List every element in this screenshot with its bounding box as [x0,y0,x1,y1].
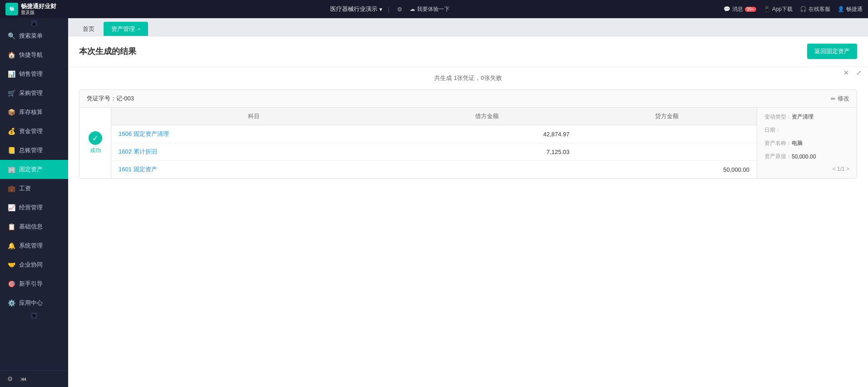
info-pagination[interactable]: < 1/1 > [764,166,849,172]
messages-badge: 99+ [745,7,756,12]
change-type-row: 变动类型： 资产清理 [764,113,849,121]
settings-bottom-icon[interactable]: ⚙ [7,375,13,382]
headset-icon: 🎧 [800,6,807,12]
topbar-left: 畅 畅捷通好业财 普及版 [5,3,56,15]
sidebar-item-beginner[interactable]: 🎯 新手引导 [0,274,68,293]
sidebar-item-label: 企业协同 [19,261,43,269]
search-icon: 🔍 [7,32,15,40]
panel-controls: ✕ ⤢ [837,64,868,82]
credit-1 [577,125,757,143]
sidebar-item-label: 工资 [19,184,31,193]
chart-icon: 📊 [7,70,15,78]
page-content: ✕ ⤢ 本次生成的结果 返回固定资产 共生成 1张凭证，0张失败 凭证字号：记-… [68,36,868,387]
sidebar-item-label: 基础信息 [19,223,43,231]
tab-asset-mgmt[interactable]: 资产管理 × [104,22,148,36]
sidebar-item-enterprise[interactable]: 🤝 企业协同 [0,255,68,274]
status-text: 成功 [90,147,101,154]
sidebar-item-payroll[interactable]: 💼 工资 [0,179,68,198]
sidebar-scroll-up[interactable]: ▲ [0,18,68,26]
sidebar-item-label: 快捷导航 [19,51,43,59]
sidebar-item-fixed-assets[interactable]: 🏢 固定资产 [0,160,68,179]
chevron-down-icon: ▾ [379,6,382,13]
target-icon: 🎯 [7,280,15,288]
sidebar-item-quick-nav[interactable]: 🏠 快捷导航 [0,45,68,64]
sidebar-item-label: 系统管理 [19,242,43,250]
table-row: 1602 累计折旧 7,125.03 [111,143,757,161]
main-layout: ▲ 🔍 搜索菜单 🏠 快捷导航 📊 销售管理 🛒 采购管理 📦 库存核算 💰 资… [0,18,868,387]
messages-btn[interactable]: 💬 消息 99+ [724,5,756,13]
table-row: 1606 固定资产清理 42,874.97 [111,125,757,143]
subject-2[interactable]: 1602 累计折旧 [111,143,397,161]
tab-close-icon[interactable]: × [138,26,140,32]
close-panel-btn[interactable]: ✕ [841,67,852,78]
experience-label: 我要体验一下 [417,5,450,13]
scroll-down-icon[interactable]: ▼ [31,313,37,319]
asset-name-row: 资产名称： 电脑 [764,139,849,147]
subject-3[interactable]: 1601 固定资产 [111,161,397,179]
bell-icon: 🔔 [7,242,15,250]
tab-bar: 首页 资产管理 × [68,18,868,36]
page-title: 本次生成的结果 [79,46,136,57]
th-subject: 科目 [111,108,397,125]
sidebar-item-system[interactable]: 🔔 系统管理 [0,236,68,255]
sidebar-item-capital[interactable]: 💰 资金管理 [0,122,68,141]
date-label: 日期： [764,126,792,134]
handshake-icon: 🤝 [7,261,15,269]
divider: | [388,6,389,13]
app-download-btn[interactable]: 📱 App下载 [764,5,793,13]
experience-btn[interactable]: ☁ 我要体验一下 [410,5,450,13]
sidebar-item-inventory[interactable]: 📦 库存核算 [0,103,68,122]
voucher-edit-btn[interactable]: ✏ 修改 [831,94,849,103]
credit-2 [577,143,757,161]
expand-panel-btn[interactable]: ⤢ [853,67,864,78]
home-icon: 🏠 [7,51,15,59]
sidebar-item-operations[interactable]: 📈 经营管理 [0,198,68,217]
sidebar-item-search[interactable]: 🔍 搜索菜单 [0,26,68,45]
collapse-icon[interactable]: ⏮ [20,375,27,382]
return-button[interactable]: 返回固定资产 [807,44,857,59]
info-panel: 变动类型： 资产清理 日期： 资产名称： 电脑 资产原值： [757,108,857,178]
logo-char: 畅 [10,6,14,12]
customer-service-label: 在线客服 [808,5,830,13]
sidebar-item-app-center[interactable]: ⚙️ 应用中心 [0,293,68,313]
sidebar-item-purchase[interactable]: 🛒 采购管理 [0,84,68,103]
table-head: 科目 借方金额 贷方金额 [111,108,757,125]
tab-home[interactable]: 首页 [75,22,102,36]
sidebar-item-label: 库存核算 [19,108,43,116]
page-header: 本次生成的结果 返回固定资产 [68,36,868,67]
cart-icon: 🛒 [7,89,15,97]
content-area: 首页 资产管理 × ✕ ⤢ 本次生成的结果 返回固定资产 [68,18,868,387]
table-row: 1601 固定资产 50,000.00 [111,161,757,179]
app-download-label: App下载 [772,5,793,13]
entries-table: 科目 借方金额 贷方金额 1606 固定资产清理 42,874.97 [111,108,757,178]
user-btn[interactable]: 👤 畅捷通 [838,5,863,13]
table-body: 1606 固定资产清理 42,874.97 1602 累计折旧 7,125.03 [111,125,757,179]
box-icon: 📦 [7,108,15,116]
trend-icon: 📈 [7,203,15,212]
message-icon: 💬 [724,6,730,12]
voucher-status: ✓ 成功 [79,108,111,178]
settings-icon[interactable]: ⚙ [395,5,404,14]
sidebar-item-basic-info[interactable]: 📋 基础信息 [0,217,68,236]
sidebar-item-sales[interactable]: 📊 销售管理 [0,64,68,84]
company-selector[interactable]: 医疗器械行业演示 ▾ [330,5,382,13]
tab-asset-mgmt-label: 资产管理 [111,25,135,33]
logo-text: 畅捷通好业财 普及版 [21,3,56,15]
sidebar-scroll-down[interactable]: ▼ [0,313,68,321]
topbar: 畅 畅捷通好业财 普及版 医疗器械行业演示 ▾ | ⚙ ☁ 我要体验一下 💬 消… [0,0,868,18]
th-credit: 贷方金额 [577,108,757,125]
sidebar-item-ledger[interactable]: 📒 总账管理 [0,141,68,160]
sidebar-item-label: 采购管理 [19,89,43,97]
voucher-number: 凭证字号：记-003 [87,94,134,103]
voucher-section: 凭证字号：记-003 ✏ 修改 ✓ 成功 [79,89,857,179]
debit-3 [397,161,577,179]
original-value-row: 资产原值： 50,000.00 [764,153,849,160]
subject-1[interactable]: 1606 固定资产清理 [111,125,397,143]
edit-icon: ✏ [831,95,836,102]
voucher-table: 科目 借方金额 贷方金额 1606 固定资产清理 42,874.97 [111,108,757,178]
customer-service-btn[interactable]: 🎧 在线客服 [800,5,830,13]
edit-label: 修改 [838,94,849,103]
book-icon: 📒 [7,146,15,154]
sidebar-item-label: 应用中心 [19,299,43,307]
scroll-up-icon[interactable]: ▲ [31,20,37,26]
